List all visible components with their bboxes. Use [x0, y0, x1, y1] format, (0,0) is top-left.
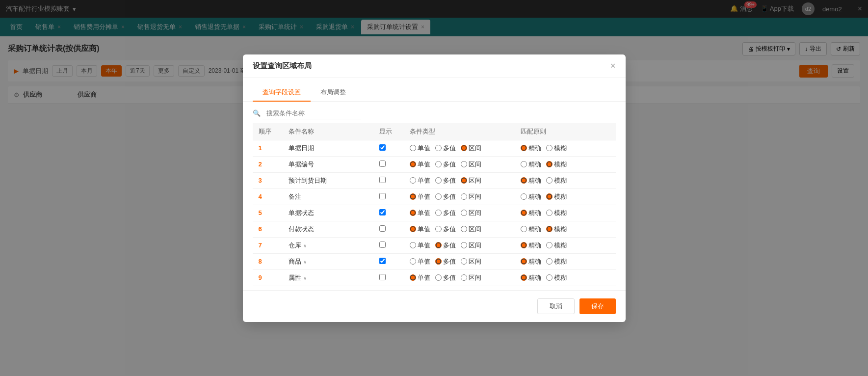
match-radio-模糊[interactable]: 模糊	[546, 209, 567, 217]
type-radio-多值[interactable]: 多值	[435, 273, 456, 282]
type-radio-单值[interactable]: 单值	[410, 144, 430, 153]
th-type: 条件类型	[404, 123, 515, 140]
dialog-footer: 取消 保存	[243, 290, 626, 322]
table-row: 2单据编号单值多值区间精确模糊	[253, 156, 616, 172]
row-display[interactable]	[373, 188, 404, 205]
match-radio-精确[interactable]: 精确	[521, 241, 541, 250]
type-radio-单值[interactable]: 单值	[410, 225, 430, 234]
row-name: 备注	[283, 188, 373, 205]
match-radio-模糊[interactable]: 模糊	[546, 176, 567, 185]
display-checkbox[interactable]	[379, 242, 386, 248]
row-type: 单值多值区间	[404, 188, 515, 205]
type-radio-多值[interactable]: 多值	[435, 176, 456, 185]
row-type: 单值多值区间	[404, 156, 515, 172]
display-checkbox[interactable]	[379, 225, 386, 232]
search-input[interactable]	[263, 107, 361, 119]
type-radio-区间[interactable]: 区间	[461, 144, 481, 153]
table-row: 5单据状态单值多值区间精确模糊	[253, 205, 616, 221]
row-name: 付款状态	[283, 221, 373, 237]
display-checkbox[interactable]	[379, 274, 386, 280]
type-radio-区间[interactable]: 区间	[461, 273, 481, 282]
type-radio-单值[interactable]: 单值	[410, 176, 430, 185]
row-match: 精确模糊	[515, 156, 616, 172]
row-display[interactable]	[373, 172, 404, 188]
conditions-table: 顺序 条件名称 显示 条件类型 匹配原则 1单据日期单值多值区间精确模糊2单据编…	[253, 123, 616, 290]
row-display[interactable]	[373, 237, 404, 253]
match-radio-模糊[interactable]: 模糊	[546, 257, 567, 266]
type-radio-多值[interactable]: 多值	[435, 160, 456, 169]
row-name: 商品 ∨	[283, 253, 373, 269]
match-radio-模糊[interactable]: 模糊	[546, 192, 567, 201]
match-radio-精确[interactable]: 精确	[521, 176, 541, 185]
dialog-search-area: 🔍	[243, 102, 626, 123]
table-row: 10有无商品图片单值多值区间精确模糊	[253, 286, 616, 290]
row-match: 精确模糊	[515, 188, 616, 205]
th-match: 匹配原则	[515, 123, 616, 140]
row-match: 精确模糊	[515, 253, 616, 269]
type-radio-区间[interactable]: 区间	[461, 241, 481, 250]
type-radio-多值[interactable]: 多值	[435, 192, 456, 201]
display-checkbox[interactable]	[379, 193, 386, 199]
row-name: 属性 ∨	[283, 269, 373, 286]
match-radio-精确[interactable]: 精确	[521, 209, 541, 217]
match-radio-模糊[interactable]: 模糊	[546, 241, 567, 250]
row-name: 仓库 ∨	[283, 237, 373, 253]
row-display[interactable]	[373, 269, 404, 286]
match-radio-精确[interactable]: 精确	[521, 257, 541, 266]
type-radio-单值[interactable]: 单值	[410, 160, 430, 169]
match-radio-模糊[interactable]: 模糊	[546, 160, 567, 169]
tab-query-fields[interactable]: 查询字段设置	[253, 84, 311, 102]
type-radio-多值[interactable]: 多值	[435, 241, 456, 250]
type-radio-单值[interactable]: 单值	[410, 192, 430, 201]
th-display: 显示	[373, 123, 404, 140]
row-display[interactable]	[373, 156, 404, 172]
type-radio-单值[interactable]: 单值	[410, 257, 430, 266]
match-radio-精确[interactable]: 精确	[521, 225, 541, 234]
display-checkbox[interactable]	[379, 209, 386, 215]
match-radio-精确[interactable]: 精确	[521, 160, 541, 169]
type-radio-单值[interactable]: 单值	[410, 241, 430, 250]
type-radio-多值[interactable]: 多值	[435, 144, 456, 153]
row-type: 单值多值区间	[404, 221, 515, 237]
table-row: 4备注单值多值区间精确模糊	[253, 188, 616, 205]
row-display[interactable]	[373, 140, 404, 156]
type-radio-区间[interactable]: 区间	[461, 257, 481, 266]
tab-layout-adjust[interactable]: 布局调整	[311, 84, 356, 102]
type-radio-多值[interactable]: 多值	[435, 257, 456, 266]
match-radio-精确[interactable]: 精确	[521, 273, 541, 282]
type-radio-单值[interactable]: 单值	[410, 209, 430, 217]
match-radio-模糊[interactable]: 模糊	[546, 273, 567, 282]
display-checkbox[interactable]	[379, 258, 386, 264]
row-match: 精确模糊	[515, 172, 616, 188]
table-row: 3预计到货日期单值多值区间精确模糊	[253, 172, 616, 188]
table-row: 8商品 ∨单值多值区间精确模糊	[253, 253, 616, 269]
type-radio-多值[interactable]: 多值	[435, 209, 456, 217]
dialog-close-button[interactable]: ×	[610, 61, 616, 70]
row-name: 单据状态	[283, 205, 373, 221]
type-radio-区间[interactable]: 区间	[461, 160, 481, 169]
display-checkbox[interactable]	[379, 177, 386, 183]
row-order: 10	[253, 286, 283, 290]
match-radio-精确[interactable]: 精确	[521, 144, 541, 153]
match-radio-精确[interactable]: 精确	[521, 192, 541, 201]
row-display[interactable]	[373, 253, 404, 269]
row-display[interactable]	[373, 286, 404, 290]
th-name: 条件名称	[283, 123, 373, 140]
type-radio-单值[interactable]: 单值	[410, 273, 430, 282]
cancel-button[interactable]: 取消	[537, 298, 575, 314]
type-radio-区间[interactable]: 区间	[461, 225, 481, 234]
type-radio-区间[interactable]: 区间	[461, 209, 481, 217]
row-display[interactable]	[373, 205, 404, 221]
match-radio-模糊[interactable]: 模糊	[546, 225, 567, 234]
match-radio-模糊[interactable]: 模糊	[546, 144, 567, 153]
row-display[interactable]	[373, 221, 404, 237]
type-radio-区间[interactable]: 区间	[461, 176, 481, 185]
row-match: 精确模糊	[515, 269, 616, 286]
row-name: 有无商品图片	[283, 286, 373, 290]
display-checkbox[interactable]	[379, 144, 386, 151]
row-name: 预计到货日期	[283, 172, 373, 188]
save-button[interactable]: 保存	[579, 298, 616, 314]
type-radio-区间[interactable]: 区间	[461, 192, 481, 201]
type-radio-多值[interactable]: 多值	[435, 225, 456, 234]
display-checkbox[interactable]	[379, 161, 386, 167]
